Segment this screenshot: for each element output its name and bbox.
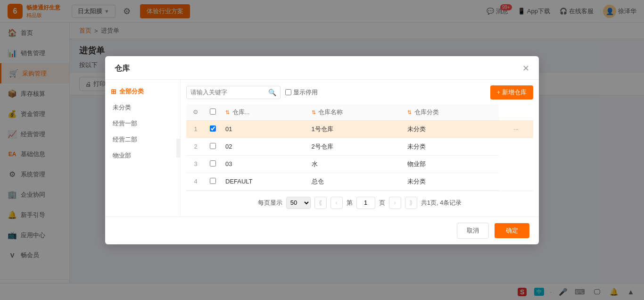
- add-warehouse-button[interactable]: + 新增仓库: [490, 85, 533, 100]
- table-body: 1 01 1号仓库 未分类 ··· 2 02 2号仓库 未分类 3 03 水 物…: [186, 120, 533, 190]
- row-category: 未分类: [403, 120, 499, 138]
- page-input[interactable]: [356, 197, 375, 209]
- row-checkbox-cell: [205, 120, 221, 138]
- table-area: 🔍 显示停用 + 新增仓库 ⚙: [181, 80, 539, 217]
- dialog-header: 仓库 ✕: [105, 56, 539, 80]
- page-first-button[interactable]: ⟪: [314, 197, 327, 209]
- search-input[interactable]: [187, 86, 264, 98]
- warehouse-dialog: 仓库 ✕ ⊞ 全部分类 未分类 经营一部 经营二部 物业部 《: [105, 56, 539, 244]
- row-name: 2号仓库: [307, 138, 403, 155]
- category-unclassified[interactable]: 未分类: [105, 100, 180, 116]
- category-ops1[interactable]: 经营一部: [105, 116, 180, 132]
- col-warehouse-code-header: ⇅ 仓库...: [221, 104, 307, 121]
- table-row[interactable]: 2 02 2号仓库 未分类: [186, 138, 533, 155]
- dialog-footer: 取消 确定: [105, 217, 539, 244]
- page-suffix: 页: [379, 199, 385, 207]
- show-disabled-label[interactable]: 显示停用: [285, 88, 318, 97]
- row-number: 2: [186, 138, 205, 155]
- dialog-close-button[interactable]: ✕: [522, 64, 529, 73]
- modal-overlay[interactable]: 仓库 ✕ ⊞ 全部分类 未分类 经营一部 经营二部 物业部 《: [0, 0, 644, 300]
- col-warehouse-category-header: ⇅ 仓库分类: [403, 104, 499, 121]
- table-row[interactable]: 3 03 水 物业部: [186, 155, 533, 173]
- category-collapse-button[interactable]: 《: [176, 139, 181, 158]
- table-row[interactable]: 1 01 1号仓库 未分类 ···: [186, 120, 533, 138]
- row-code: DEFAULT: [221, 173, 307, 190]
- row-checkbox-cell: [205, 138, 221, 155]
- table-toolbar: 🔍 显示停用 + 新增仓库: [186, 85, 533, 100]
- row-name: 总仓: [307, 173, 403, 190]
- sort-icon-code: ⇅: [225, 109, 230, 115]
- row-checkbox-cell: [205, 173, 221, 190]
- per-page-select[interactable]: 50 100 200: [286, 197, 311, 209]
- page-last-button[interactable]: ⟫: [405, 197, 417, 209]
- table-scroll-area: ⚙ ⇅ 仓库... ⇅ 仓库名称: [186, 104, 533, 191]
- total-label: 共1页, 4条记录: [421, 199, 462, 207]
- col-settings: ⚙: [186, 104, 205, 121]
- warehouse-table: ⚙ ⇅ 仓库... ⇅ 仓库名称: [186, 104, 533, 191]
- category-all-label: 全部分类: [119, 87, 144, 96]
- row-name: 水: [307, 155, 403, 173]
- row-checkbox[interactable]: [210, 125, 216, 132]
- page-label: 第: [347, 199, 353, 207]
- confirm-button[interactable]: 确定: [495, 223, 529, 238]
- table-header-row: ⚙ ⇅ 仓库... ⇅ 仓库名称: [186, 104, 533, 121]
- pagination: 每页显示 50 100 200 ⟪ ‹ 第 页 › ⟫ 共1页, 4条记录: [186, 191, 533, 211]
- page-next-button[interactable]: ›: [389, 197, 401, 209]
- row-category: 未分类: [403, 138, 499, 155]
- row-checkbox[interactable]: [210, 178, 216, 184]
- show-disabled-checkbox[interactable]: [285, 89, 291, 95]
- select-all-checkbox[interactable]: [210, 108, 216, 115]
- dialog-title: 仓库: [115, 64, 130, 74]
- row-category: 物业部: [403, 155, 499, 173]
- cancel-button[interactable]: 取消: [457, 223, 489, 239]
- row-number: 4: [186, 173, 205, 190]
- row-code: 02: [221, 138, 307, 155]
- row-code: 01: [221, 120, 307, 138]
- category-property[interactable]: 物业部: [105, 148, 180, 164]
- row-checkbox-cell: [205, 155, 221, 173]
- sort-icon-name: ⇅: [312, 109, 316, 115]
- grid-icon: ⊞: [111, 88, 116, 95]
- col-warehouse-name-header: ⇅ 仓库名称: [307, 104, 403, 121]
- category-all-header[interactable]: ⊞ 全部分类: [105, 83, 180, 100]
- dialog-body: ⊞ 全部分类 未分类 经营一部 经营二部 物业部 《 🔍: [105, 80, 539, 217]
- row-code: 03: [221, 155, 307, 173]
- row-actions[interactable]: ···: [499, 120, 533, 138]
- row-checkbox[interactable]: [210, 160, 216, 167]
- search-box: 🔍: [186, 86, 281, 99]
- row-number: 3: [186, 155, 205, 173]
- per-page-label: 每页显示: [258, 199, 282, 207]
- row-number: 1: [186, 120, 205, 138]
- row-name: 1号仓库: [307, 120, 403, 138]
- table-row[interactable]: 4 DEFAULT 总仓 未分类: [186, 173, 533, 190]
- row-checkbox[interactable]: [210, 143, 216, 149]
- category-sidebar: ⊞ 全部分类 未分类 经营一部 经营二部 物业部 《: [105, 80, 181, 217]
- col-checkbox-header: [205, 104, 221, 121]
- category-ops2[interactable]: 经营二部: [105, 132, 180, 148]
- page-prev-button[interactable]: ‹: [330, 197, 343, 209]
- row-category: 未分类: [403, 173, 499, 190]
- sort-icon-category: ⇅: [407, 109, 412, 115]
- search-icon[interactable]: 🔍: [264, 86, 280, 99]
